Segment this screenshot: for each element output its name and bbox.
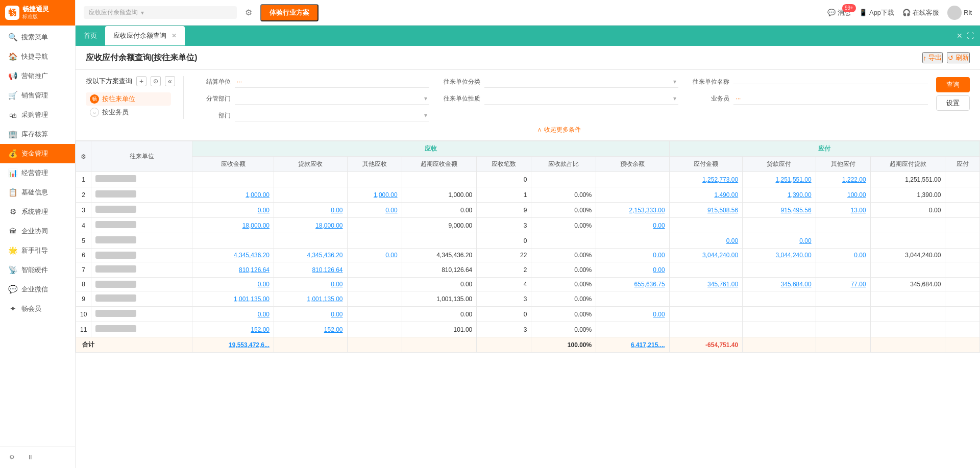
jiesuan-input[interactable]: ···: [235, 76, 429, 88]
table-row: 91,001,135.001,001,135.001,001,135.0030.…: [76, 291, 980, 307]
sidebar-item-marketing[interactable]: 📢 营销推广: [0, 66, 75, 86]
collapse-btn[interactable]: ⏸: [23, 452, 37, 463]
service-button[interactable]: 🎧 在线客服: [902, 8, 939, 17]
user-profile[interactable]: Rit: [947, 6, 972, 20]
filter-inputs: 结算单位 ··· 往来单位分类 ▾ 往来单位名称: [190, 76, 928, 136]
inventory-icon: 🏢: [8, 130, 17, 139]
tab-close-icon[interactable]: ✕: [172, 32, 177, 39]
filter-settings-icon[interactable]: ⊙: [151, 76, 161, 86]
collapse-more-button[interactable]: ∧ 收起更多条件: [190, 124, 928, 136]
scheme-salesperson[interactable]: ○ 按业务员: [86, 106, 171, 119]
wanglai-xing-arrow: ▾: [673, 95, 676, 102]
total-row: 合计 19,553,472,6... 100.00% 6,417,215....…: [76, 337, 980, 353]
filter-wanglai-name: 往来单位名称: [689, 76, 928, 88]
partner-cell: [91, 172, 192, 187]
logo-name: 畅捷通灵: [22, 5, 49, 13]
sidebar-item-label: 资金管理: [21, 149, 48, 158]
sidebar-item-finance[interactable]: 💰 资金管理: [0, 144, 75, 163]
filter-wanglai-fen: 往来单位分类 ▾: [439, 76, 679, 88]
sidebar-item-vip[interactable]: ✦ 畅会员: [0, 299, 75, 318]
col-qita-yingfu: 其他应付: [816, 157, 870, 172]
sidebar-item-label: 库存核算: [21, 130, 48, 139]
filter-collapse-icon[interactable]: «: [165, 76, 175, 86]
total-yushou[interactable]: 6,417,215....: [596, 337, 669, 353]
scheme-salesperson-label: 按业务员: [102, 108, 129, 117]
yewu-input[interactable]: ···: [733, 93, 928, 105]
refresh-button[interactable]: ↺ 刷新: [947, 52, 970, 63]
filter-yewu: 业务员 ···: [689, 93, 928, 105]
topbar-breadcrumb: 应收应付余额查询 ▾: [84, 6, 237, 19]
sidebar-item-operation[interactable]: 📊 经营管理: [0, 163, 75, 183]
promo-button[interactable]: 体验行业方案: [260, 4, 318, 21]
sidebar-item-label: 畅会员: [21, 304, 41, 313]
system-icon: ⚙: [8, 207, 17, 216]
filter-divider: [183, 76, 184, 119]
wanglai-name-input[interactable]: [733, 80, 928, 84]
app-download-button[interactable]: 📱 App下载: [859, 8, 894, 17]
sidebar-nav: 🔍 搜索菜单 🏠 快捷导航 📢 营销推广 🛒 销售管理 🛍 采购管理 🏢 库存核…: [0, 26, 75, 446]
tabbar: 首页 应收应付余额查询 ✕ ✕ ⛶: [76, 26, 980, 46]
table-row: 100.000.000.0000.00%0.00: [76, 307, 980, 322]
sidebar-item-label: 采购管理: [21, 110, 48, 119]
partner-cell: [91, 218, 192, 233]
col-yingfu-group: 应付: [669, 141, 979, 157]
bumen-input[interactable]: ▾: [235, 110, 429, 121]
setting-button[interactable]: 设置: [936, 95, 970, 111]
operation-icon: 📊: [8, 168, 17, 178]
col-daikuan-yingfu: 贷款应付: [743, 157, 816, 172]
maximize-window-icon[interactable]: ⛶: [967, 32, 974, 40]
sidebar-item-system[interactable]: ⚙ 系统管理: [0, 202, 75, 221]
add-filter-button[interactable]: +: [136, 76, 146, 86]
hardware-icon: 📡: [8, 265, 17, 275]
sidebar-item-inventory[interactable]: 🏢 库存核算: [0, 125, 75, 144]
message-button[interactable]: 💬 消息 99+: [827, 8, 851, 17]
table-area[interactable]: ⚙ 往来单位 应收 应付 应收金额 贷款应: [76, 141, 980, 468]
gear-icon[interactable]: ⚙: [243, 6, 254, 19]
guide-icon: 🌟: [8, 246, 17, 255]
wanglai-xing-input[interactable]: ▾: [484, 93, 679, 105]
sidebar-item-label: 搜索菜单: [21, 33, 48, 42]
query-button[interactable]: 查询: [936, 77, 970, 92]
tab-arquery[interactable]: 应收应付余额查询 ✕: [105, 26, 185, 45]
sidebar-item-label: 快捷导航: [21, 52, 48, 61]
sidebar-item-label: 企业协同: [21, 227, 48, 236]
wanglai-fen-input[interactable]: ▾: [484, 76, 679, 88]
filter-bumen: 部门 ▾: [190, 110, 429, 121]
wechat-icon: 💬: [8, 285, 17, 294]
close-window-icon[interactable]: ✕: [957, 32, 963, 40]
fengguan-input[interactable]: ▾: [235, 93, 429, 105]
sidebar-item-base[interactable]: 📋 基础信息: [0, 183, 75, 202]
corp-icon: 🏛: [8, 227, 17, 236]
sidebar-item-sales[interactable]: 🛒 销售管理: [0, 86, 75, 105]
col-chaoqi-yingfu: 超期应付贷款: [870, 157, 945, 172]
main-content: 首页 应收应付余额查询 ✕ ✕ ⛶ 应收应付余额查询(按往来单位) ↑ 导出 ↺…: [76, 26, 980, 468]
scheme-partner[interactable]: 畅 按往来单位: [86, 92, 171, 106]
col-yingfu2: 应付: [945, 157, 980, 172]
col-settings-header[interactable]: ⚙: [76, 141, 91, 172]
wanglai-fen-arrow: ▾: [673, 78, 676, 85]
sidebar-item-wechat[interactable]: 💬 企业微信: [0, 280, 75, 299]
sidebar-item-hardware[interactable]: 📡 智能硬件: [0, 260, 75, 280]
filter-left: 按以下方案查询 + ⊙ « 畅 按往来单位 ○: [86, 76, 190, 119]
jiesuan-dots: ···: [237, 78, 242, 85]
sidebar-item-purchase[interactable]: 🛍 采购管理: [0, 105, 75, 125]
total-yingshou[interactable]: 19,553,472,6...: [192, 337, 274, 353]
partner-cell: [91, 322, 192, 337]
page-header: 应收应付余额查询(按往来单位) ↑ 导出 ↺ 刷新: [76, 46, 980, 70]
vip-icon: ✦: [8, 304, 17, 313]
sidebar-item-quick[interactable]: 🏠 快捷导航: [0, 47, 75, 66]
export-icon: ↑: [923, 54, 927, 62]
avatar: [947, 6, 962, 20]
sidebar-item-search[interactable]: 🔍 搜索菜单: [0, 28, 75, 47]
export-button[interactable]: ↑ 导出: [922, 52, 943, 63]
table-row: 30.000.000.000.0090.00%2,153,333.00915,5…: [76, 203, 980, 218]
col-qita-yingshou: 其他应收: [347, 157, 402, 172]
settings-btn[interactable]: ⚙: [5, 452, 19, 463]
sidebar-item-corp[interactable]: 🏛 企业协同: [0, 221, 75, 241]
bumen-label: 部门: [190, 111, 231, 120]
tab-home[interactable]: 首页: [76, 26, 105, 45]
col-daikuan-yingshou: 贷款应收: [274, 157, 347, 172]
bumen-arrow: ▾: [424, 112, 427, 119]
sidebar-item-guide[interactable]: 🌟 新手引导: [0, 241, 75, 260]
partner-cell: [91, 203, 192, 218]
